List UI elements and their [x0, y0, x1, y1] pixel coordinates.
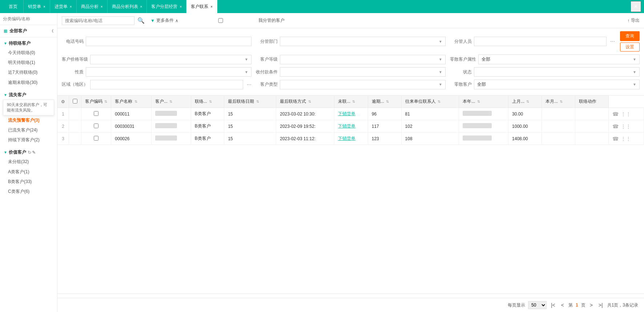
select-all-checkbox[interactable]: [73, 99, 77, 104]
sidebar-search-input[interactable]: [3, 16, 57, 21]
more-icon-0[interactable]: ⋮⋮: [621, 111, 631, 117]
row-last-type-1[interactable]: 下销货单: [334, 120, 368, 133]
th-contact-count[interactable]: 联络... ⇅: [191, 96, 224, 108]
value-refresh-icon[interactable]: ↻: [28, 150, 31, 155]
sidebar-group-churn: ▼ 流失客户 90天未交易的客户，可能有流失风险。 流失预警客户(3) 已流失客…: [0, 89, 57, 147]
sidebar-item-churn-decline[interactable]: 持续下滑客户(2): [0, 135, 57, 145]
filter-payment-select[interactable]: ▼: [280, 67, 446, 77]
row-checkbox-0[interactable]: [94, 111, 98, 116]
filter-status-select[interactable]: ▼: [474, 67, 640, 77]
filter-customer-level-select[interactable]: ▼: [280, 55, 446, 64]
sidebar-item-b-class[interactable]: B类客户(33): [0, 177, 57, 187]
th-last-type[interactable]: 最后联络方式 ⇅: [276, 96, 334, 108]
row-this-month-0: [575, 108, 609, 120]
first-page-button[interactable]: |<: [550, 301, 557, 309]
filter-customer-type-select[interactable]: ▼: [280, 80, 446, 89]
row-checkbox-cell-1[interactable]: [81, 120, 111, 133]
filter-scatter-attr-select[interactable]: 全部 ▼: [478, 54, 640, 64]
last-page-button[interactable]: >|: [597, 301, 604, 309]
sidebar-group-value-title[interactable]: ▼ 价值客户 ↻ ✎: [0, 148, 57, 157]
sidebar-item-churn-lost[interactable]: 已流失客户(24): [0, 125, 57, 135]
value-edit-icon[interactable]: ✎: [32, 150, 36, 155]
tab-customer-contact-close[interactable]: ×: [210, 5, 213, 9]
th-last-date[interactable]: 最后联络日期 ⇅: [224, 96, 276, 108]
sidebar-item-ungrouped[interactable]: 未分组(32): [0, 157, 57, 167]
row-checkbox-cell-0[interactable]: [81, 108, 111, 120]
export-button[interactable]: ↑ 导出: [627, 17, 640, 24]
filter-region-select[interactable]: [90, 80, 243, 89]
sidebar-item-a-class[interactable]: A类客户(1): [0, 167, 57, 177]
last-type-link-2[interactable]: 下销货单: [338, 136, 355, 141]
tab-customer-tier[interactable]: 客户分层经营 ×: [147, 0, 186, 13]
tab-goods-list[interactable]: 商品分析列表 ×: [108, 0, 147, 13]
row-last-type-2[interactable]: 下销货单: [334, 133, 368, 145]
prev-page-button[interactable]: <: [560, 301, 565, 309]
contact-icon-1[interactable]: ☎: [612, 123, 619, 129]
last-type-link-1[interactable]: 下销货单: [338, 123, 355, 129]
filter-region-dots[interactable]: ···: [247, 81, 251, 88]
tab-goods-analysis-close[interactable]: ×: [101, 5, 103, 9]
sidebar-group-churn-title[interactable]: ▼ 流失客户: [0, 90, 57, 100]
more-icon-1[interactable]: ⋮⋮: [621, 123, 631, 129]
row-checkbox-1[interactable]: [94, 123, 98, 128]
row-last-type-0[interactable]: 下销货单: [334, 108, 368, 120]
filter-phone-input[interactable]: [86, 37, 251, 46]
page-label: 第: [568, 302, 573, 308]
more-icon-2[interactable]: ⋮⋮: [621, 136, 631, 142]
query-button[interactable]: 查询: [620, 31, 640, 41]
tab-purchase[interactable]: 进货单 ×: [50, 0, 77, 13]
filter-price-level-select[interactable]: ▼: [90, 55, 251, 64]
row-checkbox-cell-2[interactable]: [81, 133, 111, 145]
sidebar-all-customers[interactable]: ⊞ 全部客户 《: [0, 25, 57, 37]
th-uncontacted[interactable]: 未联... ⇅: [334, 96, 368, 108]
sidebar-item-7days[interactable]: 近7天待联络(0): [0, 68, 57, 77]
sidebar-item-today[interactable]: 今天待联络(0): [0, 48, 57, 58]
filter-manager-select[interactable]: [474, 37, 607, 46]
th-name[interactable]: 客户名称 ⇅: [111, 96, 152, 108]
my-customers-checkbox[interactable]: [184, 18, 257, 23]
th-this-month[interactable]: 本月... ⇅: [542, 96, 575, 108]
th-contact-person[interactable]: 往来单位联系人 ⇅: [401, 96, 459, 108]
sidebar-item-tomorrow[interactable]: 明天待联络(1): [0, 58, 57, 68]
tab-purchase-close[interactable]: ×: [70, 5, 72, 9]
row-checkbox-2[interactable]: [94, 136, 98, 141]
sidebar-item-c-class[interactable]: C类客户(6): [0, 187, 57, 196]
th-customer-type[interactable]: 客户... ⇅: [151, 96, 191, 108]
th-this-year[interactable]: 本年... ⇅: [459, 96, 508, 108]
per-page-select[interactable]: 50 100 200: [528, 301, 547, 309]
tab-sales[interactable]: 销货单 ×: [24, 0, 50, 13]
contact-icon-0[interactable]: ☎: [612, 111, 619, 117]
row-num-0: 1: [57, 108, 69, 120]
table-settings-header[interactable]: ⚙: [57, 96, 69, 108]
settings-button[interactable]: 设置: [620, 42, 640, 52]
tab-sales-close[interactable]: ×: [43, 5, 45, 9]
filter-manager-dots[interactable]: ···: [610, 38, 615, 45]
tab-customer-contact[interactable]: 客户联系 ×: [186, 0, 217, 13]
search-input[interactable]: [62, 16, 134, 25]
row-actions-0: ☎ ⋮⋮: [609, 108, 644, 120]
th-code[interactable]: 客户编码 ⇅: [81, 96, 111, 108]
th-last-month-label: 上月...: [512, 99, 524, 104]
tab-goods-list-close[interactable]: ×: [140, 5, 142, 9]
window-close-button[interactable]: ×: [631, 1, 641, 12]
tab-customer-tier-close[interactable]: ×: [180, 5, 182, 9]
my-customers-checkbox-area[interactable]: 我分管的客户: [184, 17, 285, 24]
search-button[interactable]: 🔍: [137, 17, 145, 24]
contact-icon-2[interactable]: ☎: [612, 136, 619, 142]
tab-goods-analysis[interactable]: 商品分析 ×: [77, 0, 108, 13]
arrow-icon-churn: ▼: [4, 93, 7, 97]
horizontal-scrollbar[interactable]: [57, 293, 644, 298]
th-overdue[interactable]: 逾期... ⇅: [368, 96, 401, 108]
table-checkbox-header[interactable]: [69, 96, 81, 108]
sidebar-item-overdue[interactable]: 逾期未联络(30): [0, 78, 57, 88]
th-last-month[interactable]: 上月... ⇅: [508, 96, 542, 108]
tab-home[interactable]: 首页: [3, 0, 24, 13]
sidebar-item-churn-warning[interactable]: 流失预警客户(3): [0, 116, 57, 125]
last-type-link-0[interactable]: 下销货单: [338, 111, 355, 116]
filter-scatter-select[interactable]: 全部 ▼: [474, 80, 640, 89]
next-page-button[interactable]: >: [588, 301, 594, 309]
filter-nature-select[interactable]: ▼: [86, 67, 251, 77]
filter-button[interactable]: ▼ 更多条件 ∧: [148, 16, 181, 25]
filter-dept-select[interactable]: ▼: [280, 37, 446, 46]
sidebar-group-pending-title[interactable]: ▼ 待联络客户: [0, 39, 57, 48]
